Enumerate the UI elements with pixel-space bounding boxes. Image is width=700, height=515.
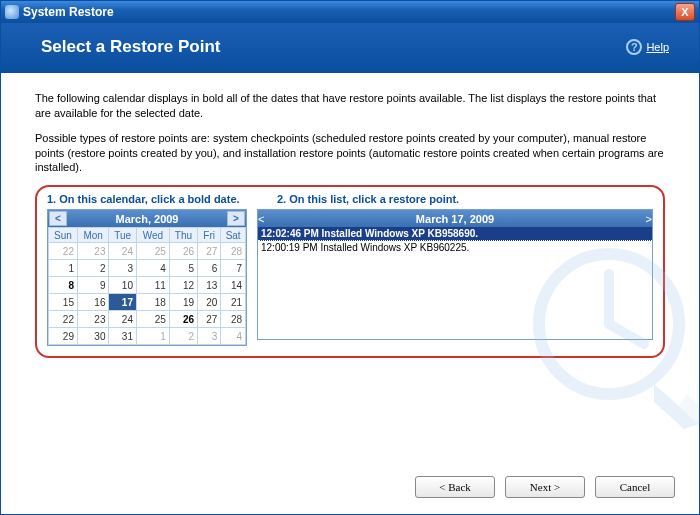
calendar-week-row: 891011121314 (49, 277, 246, 294)
calendar-day-cell[interactable]: 2 (77, 260, 109, 277)
calendar-day-header: Tue (109, 228, 137, 243)
calendar-day-cell[interactable]: 25 (136, 243, 169, 260)
calendar-day-cell[interactable]: 3 (198, 328, 221, 345)
calendar-day-cell[interactable]: 5 (169, 260, 197, 277)
calendar-day-header: Wed (136, 228, 169, 243)
next-button[interactable]: Next > (505, 476, 585, 498)
calendar-day-cell[interactable]: 14 (221, 277, 246, 294)
calendar-day-cell[interactable]: 7 (221, 260, 246, 277)
cancel-button[interactable]: Cancel (595, 476, 675, 498)
highlight-box: 1. On this calendar, click a bold date. … (35, 185, 665, 358)
calendar-day-header: Fri (198, 228, 221, 243)
calendar-day-cell[interactable]: 9 (77, 277, 109, 294)
calendar-day-header: Thu (169, 228, 197, 243)
wizard-footer: < Back Next > Cancel (1, 464, 699, 514)
intro-paragraph-1: The following calendar displays in bold … (35, 91, 665, 121)
back-button[interactable]: < Back (415, 476, 495, 498)
restore-point-item[interactable]: 12:00:19 PM Installed Windows XP KB96022… (258, 241, 652, 254)
panels: < March, 2009 > SunMonTueWedThuFriSat 22… (47, 209, 653, 346)
app-icon (5, 5, 19, 19)
calendar-week-row: 2930311234 (49, 328, 246, 345)
calendar-day-cell[interactable]: 31 (109, 328, 137, 345)
calendar-day-header: Sat (221, 228, 246, 243)
restore-point-list: < March 17, 2009 > 12:02:46 PM Installed… (257, 209, 653, 340)
system-restore-window: System Restore X Select a Restore Point … (0, 0, 700, 515)
calendar-day-cell[interactable]: 23 (77, 243, 109, 260)
calendar-day-cell[interactable]: 10 (109, 277, 137, 294)
wizard-body: The following calendar displays in bold … (1, 73, 699, 464)
list-next-button[interactable]: > (646, 213, 652, 225)
intro-paragraph-2: Possible types of restore points are: sy… (35, 131, 665, 176)
calendar-day-cell[interactable]: 13 (198, 277, 221, 294)
calendar-day-cell[interactable]: 6 (198, 260, 221, 277)
page-title: Select a Restore Point (41, 37, 626, 57)
calendar-day-cell[interactable]: 1 (136, 328, 169, 345)
calendar-day-cell[interactable]: 20 (198, 294, 221, 311)
list-header: < March 17, 2009 > (258, 210, 652, 227)
restore-point-item[interactable]: 12:02:46 PM Installed Windows XP KB95869… (258, 227, 652, 241)
calendar-day-cell[interactable]: 4 (136, 260, 169, 277)
calendar-day-header: Sun (49, 228, 78, 243)
calendar-day-cell[interactable]: 24 (109, 243, 137, 260)
instruction-step-2: 2. On this list, click a restore point. (277, 193, 459, 205)
calendar-month-label: March, 2009 (68, 213, 226, 225)
calendar-week-row: 22232425262728 (49, 243, 246, 260)
calendar-day-cell[interactable]: 25 (136, 311, 169, 328)
calendar-grid: SunMonTueWedThuFriSat 222324252627281234… (48, 227, 246, 345)
titlebar-title: System Restore (23, 5, 675, 19)
calendar-header: < March, 2009 > (48, 210, 246, 227)
help-link[interactable]: Help (646, 41, 669, 53)
calendar-day-cell[interactable]: 21 (221, 294, 246, 311)
calendar-day-cell[interactable]: 19 (169, 294, 197, 311)
calendar-day-cell[interactable]: 16 (77, 294, 109, 311)
calendar-day-header: Mon (77, 228, 109, 243)
list-body: 12:02:46 PM Installed Windows XP KB95869… (258, 227, 652, 339)
calendar-day-cell[interactable]: 30 (77, 328, 109, 345)
calendar-day-cell[interactable]: 22 (49, 243, 78, 260)
calendar-day-cell[interactable]: 8 (49, 277, 78, 294)
calendar-day-cell[interactable]: 3 (109, 260, 137, 277)
help-region: ? Help (626, 39, 669, 55)
calendar-day-cell[interactable]: 2 (169, 328, 197, 345)
close-button[interactable]: X (675, 3, 695, 21)
calendar-day-cell[interactable]: 27 (198, 243, 221, 260)
calendar-prev-button[interactable]: < (49, 211, 67, 226)
calendar-day-cell[interactable]: 27 (198, 311, 221, 328)
calendar-day-cell[interactable]: 24 (109, 311, 137, 328)
calendar-day-cell[interactable]: 22 (49, 311, 78, 328)
calendar-day-cell[interactable]: 26 (169, 311, 197, 328)
calendar-day-header-row: SunMonTueWedThuFriSat (49, 228, 246, 243)
calendar-week-row: 1234567 (49, 260, 246, 277)
calendar-day-cell[interactable]: 12 (169, 277, 197, 294)
calendar-week-row: 22232425262728 (49, 311, 246, 328)
titlebar: System Restore X (1, 1, 699, 23)
calendar-day-cell[interactable]: 11 (136, 277, 169, 294)
calendar-day-cell[interactable]: 29 (49, 328, 78, 345)
instruction-row: 1. On this calendar, click a bold date. … (47, 193, 653, 205)
calendar-day-cell[interactable]: 28 (221, 311, 246, 328)
close-icon: X (681, 6, 688, 18)
calendar-day-cell[interactable]: 18 (136, 294, 169, 311)
calendar: < March, 2009 > SunMonTueWedThuFriSat 22… (47, 209, 247, 346)
calendar-week-row: 15161718192021 (49, 294, 246, 311)
list-date-label: March 17, 2009 (264, 213, 645, 225)
calendar-day-cell[interactable]: 28 (221, 243, 246, 260)
calendar-day-cell[interactable]: 1 (49, 260, 78, 277)
calendar-day-cell[interactable]: 15 (49, 294, 78, 311)
calendar-next-button[interactable]: > (227, 211, 245, 226)
help-icon: ? (626, 39, 642, 55)
wizard-header: Select a Restore Point ? Help (1, 23, 699, 73)
calendar-day-cell[interactable]: 17 (109, 294, 137, 311)
calendar-day-cell[interactable]: 26 (169, 243, 197, 260)
calendar-day-cell[interactable]: 4 (221, 328, 246, 345)
calendar-day-cell[interactable]: 23 (77, 311, 109, 328)
instruction-step-1: 1. On this calendar, click a bold date. (47, 193, 247, 205)
